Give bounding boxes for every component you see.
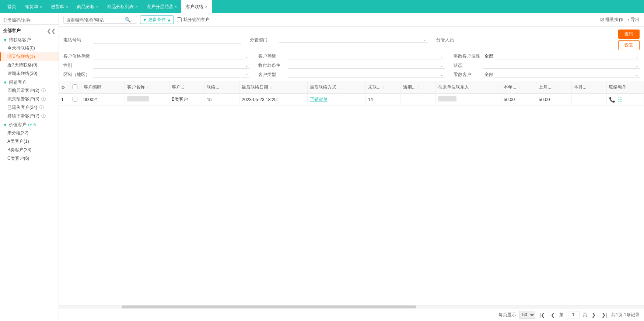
sidebar-group-problem[interactable]: ▼ 问题客户 [0, 78, 59, 86]
sidebar-item-repurchase[interactable]: 回购异常客户(2) ⓘ [0, 86, 59, 95]
td-checkbox[interactable] [70, 94, 81, 106]
gender-select[interactable]: ⌄ [93, 63, 249, 69]
nav-sales[interactable]: 销货单 × [21, 0, 46, 13]
first-page-button[interactable]: |❮ [538, 311, 546, 318]
retail-attr-select[interactable]: ⌄ [495, 54, 640, 59]
nav-analysis-list[interactable]: 商品分析列表 × [103, 0, 142, 13]
sidebar-item-class-a[interactable]: A类客户(1) [0, 137, 59, 146]
sidebar-group-value[interactable]: ▼ 价值客户 ⟳ ✎ [0, 120, 59, 129]
sidebar-item-tomorrow[interactable]: 明天待联络(1) [0, 52, 59, 61]
filter-region: 区域（地区） ··· [63, 72, 249, 78]
query-button[interactable]: 查询 [618, 30, 640, 39]
table-container: ⚙ 客户编码 ↕ 客户名称 ↕ 客户... ↕ [59, 81, 644, 305]
sidebar-item-churn-warning[interactable]: 流失预警客户(3) ⓘ [0, 95, 59, 103]
sidebar-group-pending[interactable]: ▼ 待联络客户 [0, 35, 59, 44]
nav-purchase[interactable]: 进货单 × [46, 0, 72, 13]
grid-icon[interactable]: ☷ [617, 97, 622, 103]
export-button[interactable]: ↑ 导出 [627, 17, 640, 23]
filter-customer-type: 客户类型 ⌄ [258, 72, 444, 78]
sidebar-item-declining[interactable]: 持续下滑客户(2) ⓘ [0, 112, 59, 120]
customer-level-select[interactable]: ⌄ [288, 54, 444, 59]
th-last-method[interactable]: 最后联络方式 ↕ [307, 81, 365, 94]
per-page-select[interactable]: 50 [519, 311, 535, 319]
horizontal-scrollbar[interactable] [59, 305, 644, 308]
filter-retail-customer: 零散客户 全部 ⌄ [454, 72, 640, 78]
sidebar-item-class-c[interactable]: C类客户(6) [0, 154, 59, 163]
th-unit-contact[interactable]: 往来单位联系人 ↕ [436, 81, 501, 94]
bulk-action-button[interactable]: ☑ 批量操作 [600, 17, 623, 23]
search-icon[interactable]: 🔍 [125, 17, 131, 23]
close-icon[interactable]: × [96, 4, 98, 9]
my-customers-checkbox-label[interactable]: 我分管的客户 [177, 17, 210, 23]
chevron-down-icon: ⌄ [245, 54, 248, 58]
th-action: 联络动作 [606, 81, 644, 94]
price-level-select[interactable]: ⌄ [93, 54, 249, 59]
status-select[interactable]: ⌄ [483, 63, 640, 69]
close-icon[interactable]: × [205, 4, 207, 9]
customer-type-select[interactable]: ⌄ [288, 72, 444, 78]
row-checkbox[interactable] [73, 97, 77, 101]
sidebar-search-input[interactable] [3, 18, 58, 23]
sidebar-item-overdue[interactable]: 逾期未联络(30) [0, 69, 59, 78]
nav-home[interactable]: 首页 [3, 0, 21, 13]
filter-person: 分管人员 ··· [436, 37, 614, 43]
my-customers-checkbox[interactable] [177, 17, 182, 22]
prev-page-button[interactable]: ❮ [549, 311, 556, 318]
td-type: B类客户 [169, 94, 204, 106]
select-all-checkbox[interactable] [73, 84, 77, 89]
th-code[interactable]: 客户编码 ↕ [81, 81, 125, 94]
page-number-input[interactable] [567, 311, 580, 318]
close-icon[interactable]: × [40, 4, 42, 9]
sidebar-item-class-b[interactable]: B类客户(33) [0, 146, 59, 154]
close-icon[interactable]: × [135, 4, 137, 9]
phone-input[interactable] [93, 37, 241, 44]
phone-icon[interactable]: 📞 [609, 97, 615, 103]
nav-customer-contact[interactable]: 客户联络 × [181, 0, 211, 13]
chevron-down-icon: ▼ [3, 80, 7, 85]
region-select[interactable]: ··· [93, 72, 249, 78]
th-overdue[interactable]: 逾期... ↕ [400, 81, 435, 94]
td-last-method[interactable]: 下销货单 [307, 94, 365, 106]
more-filter-button[interactable]: ▼ 更多条件 ▲ [140, 15, 174, 24]
nav-customer-segment[interactable]: 客户分层经营 × [142, 0, 181, 13]
th-this-month[interactable]: 本月... ↕ [571, 81, 606, 94]
close-icon[interactable]: × [66, 4, 68, 9]
edit-icon[interactable]: ✎ [33, 122, 37, 128]
refresh-icon[interactable]: ⟳ [28, 122, 32, 128]
th-this-year[interactable]: 本年... ↕ [501, 81, 536, 94]
person-select[interactable]: ··· [466, 37, 614, 43]
sidebar-item-churned[interactable]: 已流失客户(24) ⓘ [0, 103, 59, 112]
next-page-button[interactable]: ❯ [590, 311, 597, 318]
contact-blur [438, 96, 456, 101]
scrollbar-thumb[interactable] [122, 306, 416, 308]
sidebar-item-7days[interactable]: 近7天待联络(0) [0, 61, 59, 69]
td-unpaid: 14 [365, 94, 400, 106]
th-contact[interactable]: 联络... ↕ [204, 81, 239, 94]
close-icon[interactable]: × [175, 4, 177, 9]
th-settings[interactable]: ⚙ [59, 81, 70, 94]
th-last-date[interactable]: 最后联络日期 ↕ [239, 81, 307, 94]
retail-customer-select[interactable]: ⌄ [495, 72, 640, 78]
customer-table: ⚙ 客户编码 ↕ 客户名称 ↕ 客户... ↕ [59, 81, 644, 106]
th-unpaid[interactable]: 未联... ↕ [365, 81, 400, 94]
sidebar-item-today[interactable]: 今天待联络(0) [0, 44, 59, 52]
th-checkbox[interactable] [70, 81, 81, 94]
chevron-down-icon: ⌄ [635, 63, 638, 68]
th-last-month[interactable]: 上月... ↕ [536, 81, 571, 94]
chevron-down-icon: ⌄ [440, 54, 443, 58]
dept-select[interactable]: ⌄ [279, 37, 427, 43]
search-input[interactable] [66, 17, 125, 23]
nav-analysis[interactable]: 商品分析 × [73, 0, 103, 13]
td-unit-contact [436, 94, 501, 106]
th-name[interactable]: 客户名称 ↕ [125, 81, 169, 94]
action-icons: 📞 ☷ [609, 97, 641, 103]
setting-button[interactable]: 设置 [618, 40, 640, 50]
th-type[interactable]: 客户... ↕ [169, 81, 204, 94]
filter-actions: 查询 设置 [618, 30, 640, 50]
filter-payment: 收付款条件 ⌄ [258, 62, 444, 69]
sidebar-all-customers[interactable]: 全部客户 ❮❮ [0, 26, 59, 35]
sidebar-item-ungrouped[interactable]: 未分组(32) [0, 129, 59, 137]
payment-select[interactable]: ⌄ [288, 63, 444, 69]
last-page-button[interactable]: ❯| [600, 311, 608, 318]
checkbox-icon: ☑ [600, 17, 604, 23]
